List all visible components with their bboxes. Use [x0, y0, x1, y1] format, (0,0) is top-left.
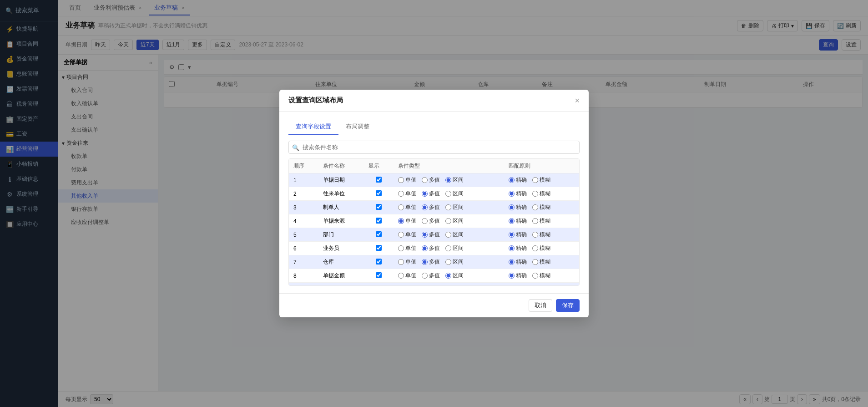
match-精确-radio[interactable]: [509, 218, 515, 224]
condition-type-多值-radio[interactable]: [422, 218, 428, 224]
match-精确-radio[interactable]: [509, 204, 515, 210]
match-模糊-label[interactable]: 模糊: [532, 231, 550, 239]
condition-type-单值-label[interactable]: 单值: [398, 204, 416, 211]
match-精确-radio[interactable]: [509, 245, 515, 251]
display-checkbox[interactable]: [376, 286, 382, 286]
condition-type-单值-label[interactable]: 单值: [398, 258, 416, 266]
condition-type-多值-label[interactable]: 多值: [422, 231, 440, 239]
match-模糊-label[interactable]: 模糊: [532, 204, 550, 211]
condition-type-单值-radio[interactable]: [398, 259, 404, 265]
condition-type-区间-radio[interactable]: [445, 245, 451, 251]
dialog-tab-field-settings[interactable]: 查询字段设置: [288, 119, 338, 135]
match-精确-radio[interactable]: [509, 177, 515, 183]
condition-type-区间-radio[interactable]: [445, 273, 451, 279]
condition-type-多值-label[interactable]: 多值: [422, 258, 440, 266]
condition-type-多值-label[interactable]: 多值: [422, 204, 440, 211]
match-精确-radio[interactable]: [509, 232, 515, 238]
match-模糊-label[interactable]: 模糊: [532, 285, 550, 286]
dialog-cancel-button[interactable]: 取消: [529, 299, 552, 312]
condition-type-多值-label[interactable]: 多值: [422, 190, 440, 198]
condition-type-区间-label[interactable]: 区间: [445, 217, 464, 225]
condition-type-多值-radio[interactable]: [422, 191, 428, 197]
match-精确-label[interactable]: 精确: [509, 272, 527, 280]
config-display[interactable]: [364, 242, 394, 255]
match-模糊-radio[interactable]: [532, 191, 538, 197]
condition-type-单值-label[interactable]: 单值: [398, 244, 416, 252]
match-模糊-radio[interactable]: [532, 204, 538, 210]
match-模糊-radio[interactable]: [532, 218, 538, 224]
condition-type-区间-radio[interactable]: [445, 177, 451, 183]
condition-type-区间-label[interactable]: 区间: [445, 190, 464, 198]
match-精确-radio[interactable]: [509, 273, 515, 279]
match-精确-label[interactable]: 精确: [509, 176, 527, 184]
condition-type-多值-label[interactable]: 多值: [422, 217, 440, 225]
match-精确-label[interactable]: 精确: [509, 258, 527, 266]
condition-type-区间-label[interactable]: 区间: [445, 285, 464, 286]
condition-type-单值-radio[interactable]: [398, 204, 404, 210]
condition-type-区间-label[interactable]: 区间: [445, 231, 464, 239]
display-checkbox[interactable]: [376, 231, 382, 237]
condition-type-单值-radio[interactable]: [398, 218, 404, 224]
condition-type-多值-label[interactable]: 多值: [422, 285, 440, 286]
display-checkbox[interactable]: [376, 204, 382, 210]
match-模糊-label[interactable]: 模糊: [532, 190, 550, 198]
config-display[interactable]: [364, 214, 394, 228]
condition-type-单值-radio[interactable]: [398, 191, 404, 197]
dialog-close-button[interactable]: ×: [575, 97, 580, 105]
match-精确-label[interactable]: 精确: [509, 285, 527, 286]
condition-type-区间-radio[interactable]: [445, 218, 451, 224]
config-display[interactable]: [364, 283, 394, 286]
condition-type-多值-label[interactable]: 多值: [422, 176, 440, 184]
condition-type-区间-radio[interactable]: [445, 191, 451, 197]
condition-type-多值-radio[interactable]: [422, 245, 428, 251]
match-模糊-radio[interactable]: [532, 245, 538, 251]
config-display[interactable]: [364, 187, 394, 201]
condition-type-多值-label[interactable]: 多值: [422, 244, 440, 252]
match-模糊-label[interactable]: 模糊: [532, 272, 550, 280]
match-模糊-label[interactable]: 模糊: [532, 258, 550, 266]
condition-type-单值-radio[interactable]: [398, 232, 404, 238]
match-精确-label[interactable]: 精确: [509, 217, 527, 225]
condition-type-区间-label[interactable]: 区间: [445, 176, 464, 184]
condition-type-区间-radio[interactable]: [445, 259, 451, 265]
match-模糊-radio[interactable]: [532, 232, 538, 238]
match-精确-radio[interactable]: [509, 259, 515, 265]
condition-type-单值-label[interactable]: 单值: [398, 231, 416, 239]
match-模糊-radio[interactable]: [532, 273, 538, 279]
display-checkbox[interactable]: [376, 245, 382, 251]
match-精确-label[interactable]: 精确: [509, 204, 527, 211]
condition-type-区间-label[interactable]: 区间: [445, 272, 464, 280]
match-精确-label[interactable]: 精确: [509, 244, 527, 252]
config-display[interactable]: [364, 255, 394, 269]
condition-type-多值-radio[interactable]: [422, 259, 428, 265]
condition-type-单值-radio[interactable]: [398, 245, 404, 251]
condition-type-区间-label[interactable]: 区间: [445, 244, 464, 252]
match-模糊-radio[interactable]: [532, 177, 538, 183]
condition-type-区间-label[interactable]: 区间: [445, 258, 464, 266]
display-checkbox[interactable]: [376, 259, 382, 265]
condition-type-多值-radio[interactable]: [422, 177, 428, 183]
condition-type-多值-radio[interactable]: [422, 232, 428, 238]
condition-type-多值-radio[interactable]: [422, 273, 428, 279]
match-模糊-label[interactable]: 模糊: [532, 217, 550, 225]
condition-type-多值-radio[interactable]: [422, 204, 428, 210]
config-display[interactable]: [364, 228, 394, 242]
condition-type-单值-radio[interactable]: [398, 177, 404, 183]
condition-type-单值-label[interactable]: 单值: [398, 176, 416, 184]
dialog-tab-layout-adjust[interactable]: 布局调整: [338, 119, 377, 135]
condition-type-单值-label[interactable]: 单值: [398, 217, 416, 225]
match-模糊-label[interactable]: 模糊: [532, 244, 550, 252]
dialog-save-button[interactable]: 保存: [556, 299, 580, 312]
display-checkbox[interactable]: [376, 218, 382, 224]
match-精确-label[interactable]: 精确: [509, 190, 527, 198]
condition-type-单值-label[interactable]: 单值: [398, 285, 416, 286]
condition-type-单值-label[interactable]: 单值: [398, 190, 416, 198]
match-精确-radio[interactable]: [509, 191, 515, 197]
config-display[interactable]: [364, 269, 394, 283]
condition-type-单值-label[interactable]: 单值: [398, 272, 416, 280]
dialog-search-input[interactable]: [288, 141, 580, 154]
condition-type-区间-label[interactable]: 区间: [445, 204, 464, 211]
display-checkbox[interactable]: [376, 272, 382, 278]
match-精确-label[interactable]: 精确: [509, 231, 527, 239]
condition-type-区间-radio[interactable]: [445, 204, 451, 210]
